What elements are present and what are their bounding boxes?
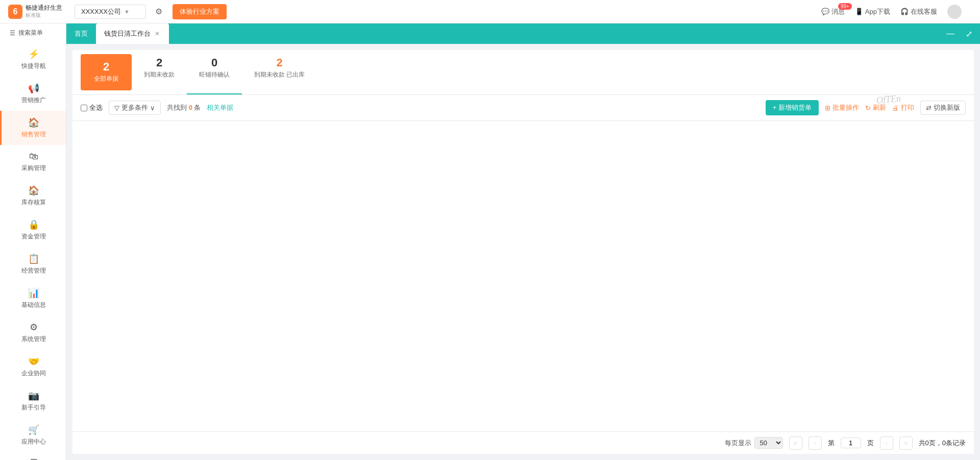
tab-close-icon[interactable]: ✕	[154, 29, 161, 38]
marketing-icon: 📢	[28, 83, 39, 94]
switch-icon: ⇄	[926, 104, 932, 112]
sidebar-item-finance[interactable]: 🔒 资金管理	[0, 213, 66, 247]
service-icon: 🎧	[900, 8, 909, 15]
sales-icon: 🏠	[28, 117, 39, 128]
tab-home[interactable]: 首页	[66, 23, 96, 44]
logo-text: 畅捷通好生意	[26, 4, 62, 12]
trial-button[interactable]: 体验行业方案	[173, 4, 227, 19]
page-first-button[interactable]: «	[789, 437, 802, 450]
sidebar-label-finance: 资金管理	[21, 232, 46, 241]
sidebar-search[interactable]: ☰ 搜索菜单	[0, 23, 66, 42]
sidebar-label-inventory: 库存核算	[21, 198, 46, 207]
purchase-icon: 🛍	[29, 151, 38, 162]
quick-nav-icon: ⚡	[28, 49, 39, 60]
service-label: 在线客服	[911, 7, 937, 16]
sidebar-item-purchase[interactable]: 🛍 采购管理	[0, 145, 66, 179]
filter-icon: ▽	[114, 104, 119, 112]
sidebar-item-operation[interactable]: 📋 经营管理	[0, 247, 66, 281]
sidebar-item-sales[interactable]: 🏠 销售管理	[0, 111, 66, 145]
sidebar-label-sales: 销售管理	[21, 130, 46, 139]
tab-bar-actions: — ⤢	[943, 27, 980, 41]
status-card-overdue[interactable]: 2 到期未收款	[132, 50, 187, 94]
header-right: 💬 消息 99+ 📱 App下载 🎧 在线客服	[821, 5, 972, 19]
card-all-label: 全部单据	[94, 75, 118, 83]
header: 6 畅捷通好生意 标准版 XXXXXX公司 ▼ ⚙ 体验行业方案 💬 消息 99…	[0, 0, 980, 23]
found-count: 0	[189, 104, 192, 111]
company-dropdown-arrow: ▼	[124, 9, 130, 15]
basic-info-icon: 📊	[28, 287, 39, 299]
sidebar-label-purchase: 采购管理	[21, 164, 46, 173]
sidebar-item-quick-nav[interactable]: ⚡ 快捷导航	[0, 42, 66, 77]
batch-icon: ⊞	[825, 104, 830, 112]
switch-version-button[interactable]: ⇄ 切换新版	[920, 101, 966, 115]
page-size-select[interactable]: 50 100 200	[754, 437, 783, 449]
sidebar-label-cooperation: 企业协同	[21, 369, 46, 378]
batch-operation-button[interactable]: ⊞ 批量操作	[825, 103, 859, 112]
operation-icon: 📋	[28, 253, 39, 264]
search-menu-label: 搜索菜单	[18, 29, 43, 37]
logo-icon: 6	[8, 5, 22, 19]
total-records: 共0页，0条记录	[919, 439, 966, 448]
message-button[interactable]: 💬 消息 99+	[821, 7, 845, 16]
app-download-label: App下载	[865, 7, 890, 16]
refresh-button[interactable]: ↻ 刷新	[865, 103, 886, 112]
tab-cashflow[interactable]: 钱货日清工作台 ✕	[96, 23, 169, 44]
company-selector[interactable]: XXXXXX公司 ▼	[75, 5, 146, 19]
sidebar-item-app-center[interactable]: 🛒 应用中心	[0, 418, 66, 452]
sidebar-label-system: 系统管理	[21, 335, 46, 344]
sidebar-label-marketing: 营销推广	[21, 96, 46, 105]
print-button[interactable]: 🖨 打印	[892, 103, 914, 112]
found-prefix: 共找到	[167, 104, 187, 111]
message-badge: 99+	[838, 3, 852, 10]
related-records-link[interactable]: 相关单据	[207, 103, 233, 112]
print-icon: 🖨	[892, 104, 899, 112]
new-sales-order-button[interactable]: + 新增销货单	[766, 100, 819, 115]
status-card-all[interactable]: 2 全部单据	[81, 54, 132, 90]
card-overdue-number: 2	[156, 56, 162, 69]
system-icon: ⚙	[30, 322, 38, 333]
content-wrapper: 2 全部单据 2 到期未收款 0 旺铺待确认 2 到期未收款 已出库	[72, 50, 974, 454]
toolbar-right: + 新增销货单 ⊞ 批量操作 ↻ 刷新 🖨 打印	[766, 100, 966, 115]
page-prev-button[interactable]: ‹	[808, 437, 822, 450]
inventory-icon: 🏠	[28, 185, 39, 196]
status-cards: 2 全部单据 2 到期未收款 0 旺铺待确认 2 到期未收款 已出库	[72, 50, 974, 95]
minimize-button[interactable]: —	[943, 27, 958, 41]
online-service-button[interactable]: 🎧 在线客服	[900, 7, 937, 16]
settings-button[interactable]: ⚙	[151, 4, 166, 19]
app-download-icon: 📱	[855, 8, 863, 15]
layout: ☰ 搜索菜单 ⚡ 快捷导航 📢 营销推广 🏠 销售管理 🛍 采购管理 🏠 库存核…	[0, 23, 980, 460]
app-download-button[interactable]: 📱 App下载	[855, 7, 890, 16]
page-next-button[interactable]: ›	[880, 437, 893, 450]
main-content: 首页 钱货日清工作台 ✕ — ⤢ 2 全部单据	[66, 23, 980, 460]
cooperation-icon: 🤝	[28, 356, 39, 367]
tab-bar: 首页 钱货日清工作台 ✕ — ⤢	[66, 23, 980, 44]
sidebar-item-cooperation[interactable]: 🤝 企业协同	[0, 350, 66, 384]
maximize-button[interactable]: ⤢	[962, 27, 976, 41]
status-card-pending[interactable]: 0 旺铺待确认	[187, 50, 242, 94]
sidebar-label-app-center: 应用中心	[21, 438, 46, 446]
status-card-overdue-out[interactable]: 2 到期未收款 已出库	[242, 50, 317, 94]
page-content: 2 全部单据 2 到期未收款 0 旺铺待确认 2 到期未收款 已出库	[66, 44, 980, 460]
sidebar-item-inventory[interactable]: 🏠 库存核算	[0, 179, 66, 213]
sidebar-item-wechat[interactable]: 💬 企业微信	[0, 452, 66, 460]
sidebar-item-basic-info[interactable]: 📊 基础信息	[0, 281, 66, 316]
print-label: 打印	[901, 103, 914, 112]
avatar[interactable]	[947, 5, 962, 19]
sidebar-label-beginner: 新手引导	[21, 403, 46, 412]
filter-label: 更多条件	[121, 103, 148, 112]
sidebar-item-system[interactable]: ⚙ 系统管理	[0, 316, 66, 350]
toolbar-left: 全选 ▽ 更多条件 ∨ 共找到 0 条 相关单据	[81, 101, 760, 115]
select-all-checkbox[interactable]: 全选	[81, 103, 103, 112]
finance-icon: 🔒	[28, 219, 39, 230]
filter-button[interactable]: ▽ 更多条件 ∨	[109, 101, 161, 115]
checkbox-input[interactable]	[81, 105, 87, 111]
sidebar-item-marketing[interactable]: 📢 营销推广	[0, 77, 66, 111]
page-last-button[interactable]: »	[899, 437, 913, 450]
app-center-icon: 🛒	[28, 424, 39, 435]
message-icon: 💬	[821, 8, 829, 15]
sidebar-item-beginner[interactable]: 📷 新手引导	[0, 384, 66, 418]
page-input[interactable]	[841, 438, 861, 448]
logo-sub: 标准版	[26, 12, 62, 19]
tab-home-label: 首页	[75, 29, 88, 38]
footer: 每页显示 50 100 200 « ‹ 第 页 › » 共0页，0条记录	[72, 431, 974, 454]
